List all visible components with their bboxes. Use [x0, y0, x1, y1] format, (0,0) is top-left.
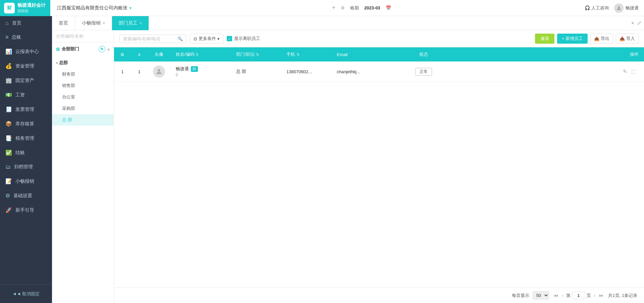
tab-home-label: 首页 [59, 20, 68, 26]
row-name-cell: 畅捷通 部 0 [170, 61, 231, 82]
col-avatar: 头像 [148, 47, 170, 61]
sidebar-item-checkout[interactable]: ✅ 结账 [0, 145, 52, 160]
employee-search-input[interactable] [123, 36, 175, 41]
row-no: 1 [114, 61, 131, 82]
assets-icon: 🏢 [5, 77, 12, 84]
row-phone-cell: 138070602... [281, 61, 331, 82]
dept-node-zongbu-active[interactable]: 总 部 [52, 114, 114, 126]
sidebar-item-home[interactable]: ⌂ 首页 [0, 16, 52, 30]
sidebar-item-payroll[interactable]: 💵 工资 [0, 88, 52, 102]
col-dept[interactable]: 部门/职位 [231, 47, 281, 61]
row-index: 1 [131, 61, 148, 82]
tab-xiaochang-close[interactable]: × [103, 21, 105, 26]
xiaochang-icon: 📝 [5, 178, 12, 184]
employee-name: 畅捷通 [176, 66, 189, 72]
tabs-controls: × ⤢ [631, 20, 644, 26]
tab-home[interactable]: 首页 [52, 16, 75, 30]
page-first-button[interactable]: ⏮ [552, 292, 559, 299]
dept-node-zongbu[interactable]: ▾ 总部 [52, 57, 114, 69]
page-size-select[interactable]: 50 [533, 291, 549, 300]
header-actions: + ⚙ 账期 2023-03 📅 [332, 4, 391, 11]
customer-service-button[interactable]: 🎧 人工咨询 [585, 5, 609, 11]
payroll-icon: 💵 [5, 92, 12, 98]
dept-panel: 🔍 ⊞ 全部部门 ✎ « ▾ 总部 [52, 30, 114, 303]
sidebar-item-label: 发票管理 [15, 106, 34, 113]
total-info: 共1页, 1条记录 [608, 293, 637, 299]
col-settings[interactable]: ⚙ [114, 47, 131, 61]
dept-tree: ▾ 总部 财务部 销售部 办公室 采购部 [52, 56, 114, 303]
page-last-button[interactable]: ⏭ [598, 292, 605, 299]
add-employee-button[interactable]: + 新增员工 [557, 34, 588, 44]
page-next-button[interactable]: › [592, 292, 596, 299]
sidebar-item-ledger[interactable]: ≡ 总账 [0, 30, 52, 44]
calendar-icon[interactable]: 📅 [386, 5, 391, 10]
dept-grid-icon: ⊞ [56, 47, 60, 52]
sidebar-item-tax[interactable]: 📑 税务管理 [0, 131, 52, 145]
dept-edit-icon[interactable]: ✎ [99, 46, 105, 52]
col-no: # [131, 47, 148, 61]
sidebar-item-reports[interactable]: 📊 云报表中心 [0, 44, 52, 59]
sidebar-item-archive[interactable]: 🗂 归档管理 [0, 160, 52, 174]
table-footer: 每页显示 50 ⏮ ‹ 第 页 › ⏭ 共1页, 1条记录 [114, 288, 644, 303]
sidebar-item-xiaochang[interactable]: 📝 小畅报销 [0, 174, 52, 188]
tab-deptstaff[interactable]: 部门员工 × [112, 16, 149, 30]
page-nav: ⏮ ‹ 第 页 › ⏭ [552, 292, 605, 299]
employee-search-box: 🔍 [119, 35, 186, 43]
user-menu[interactable]: 畅捷通 [614, 3, 639, 13]
cancel-fixed-button[interactable]: ◄◄ 取消固定 [0, 288, 52, 300]
sidebar-item-assets[interactable]: 🏢 固定资产 [0, 73, 52, 88]
row-email-cell: chanjethkj... [331, 61, 398, 82]
page-prev-button[interactable]: ‹ [561, 292, 565, 299]
col-phone[interactable]: 手机 [281, 47, 331, 61]
col-name[interactable]: 姓名/编码 [170, 47, 231, 61]
dept-node-xiaoshou[interactable]: 销售部 [52, 80, 114, 91]
app-name: 畅捷通好会计 [17, 2, 46, 8]
tab-xiaochangbaoxiao[interactable]: 小畅报销 × [75, 16, 112, 30]
tab-deptstaff-close[interactable]: × [140, 21, 142, 26]
sidebar-item-label: 总账 [12, 34, 21, 40]
content-area: 首页 小畅报销 × 部门员工 × × ⤢ 🔍 [52, 16, 644, 303]
page-input[interactable] [572, 292, 585, 299]
sidebar-item-guide[interactable]: 🚀 新手引导 [0, 203, 52, 217]
import-icon: 📥 [620, 36, 625, 41]
sidebar-item-capital[interactable]: 💰 资金管理 [0, 59, 52, 73]
sidebar-item-invoice[interactable]: 🧾 发票管理 [0, 102, 52, 117]
archive-icon: 🗂 [5, 164, 11, 170]
header-right: 🎧 人工咨询 畅捷通 [585, 3, 639, 13]
dept-collapse-icon[interactable]: « [107, 47, 110, 52]
all-dept-label: 全部部门 [62, 46, 79, 52]
delete-employee-button[interactable]: ⬚ [631, 69, 636, 74]
sidebar-item-label: 结账 [15, 150, 25, 156]
sidebar-item-settings[interactable]: ⚙ 基础设置 [0, 188, 52, 203]
col-status: 状态 [398, 47, 449, 61]
sidebar-item-label: 税务管理 [15, 135, 34, 141]
dept-search-input[interactable] [56, 34, 112, 39]
edit-employee-button[interactable]: ✎ [623, 69, 627, 74]
add-tab-button[interactable]: + [332, 4, 335, 11]
dept-node-caiwu[interactable]: 财务部 [52, 69, 114, 80]
close-tab-icon[interactable]: × [631, 20, 634, 26]
invoice-icon: 🧾 [5, 106, 12, 113]
employee-search-icon[interactable]: 🔍 [177, 36, 183, 41]
expand-icon: ▾ [56, 61, 58, 65]
invite-button[interactable]: 邀请 [535, 34, 554, 44]
username: 畅捷通 [626, 5, 639, 11]
company-dropdown-icon[interactable]: ▾ [129, 6, 131, 10]
row-ops-cell: ✎ ⬚ [449, 61, 644, 82]
company-selector[interactable]: 江西服宝精品有限责任公司内账张 ▾ [50, 5, 138, 11]
dept-node-bangong[interactable]: 办公室 [52, 91, 114, 103]
show-resigned-checkbox[interactable]: ✓ 显示离职员工 [227, 36, 260, 42]
sidebar-item-label: 固定资产 [15, 78, 34, 84]
sidebar-item-inventory[interactable]: 📦 库存核算 [0, 117, 52, 131]
export-button[interactable]: 📤 导出 [590, 34, 613, 44]
company-name: 江西服宝精品有限责任公司内账张 [57, 5, 127, 11]
filter-button[interactable]: ⊟ 更多条件 ▾ [190, 34, 223, 44]
settings-icon[interactable]: ⚙ [341, 5, 345, 10]
expand-tab-icon[interactable]: ⤢ [637, 20, 641, 26]
sidebar-item-label: 工资 [15, 92, 25, 98]
settings-nav-icon: ⚙ [5, 192, 10, 199]
page-label: 第 [566, 293, 571, 299]
tax-icon: 📑 [5, 135, 12, 141]
import-button[interactable]: 📥 导入 [616, 34, 639, 44]
dept-node-caigou[interactable]: 采购部 [52, 103, 114, 114]
